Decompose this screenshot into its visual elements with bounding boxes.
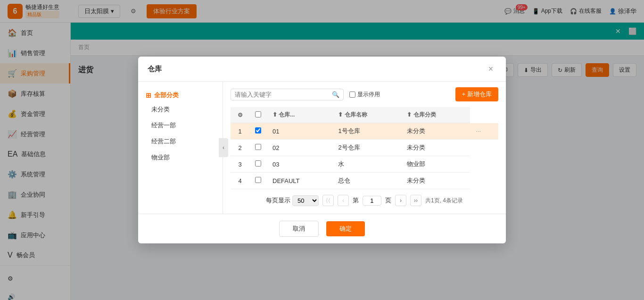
row-code: 03: [267, 156, 332, 173]
row-num: 2: [231, 140, 249, 156]
warehouse-modal: 仓库 × ⊞ 全部分类 未分类经营一部经营二部物业部 ‹ 🔍: [138, 57, 506, 243]
category-all-label: 全部分类: [154, 91, 179, 100]
col-gear: ⚙: [231, 107, 249, 123]
modal-title: 仓库: [148, 65, 162, 74]
col-checkbox: [249, 107, 267, 123]
row-checkbox[interactable]: [255, 177, 261, 183]
col-name: ⬆ 仓库名称: [332, 107, 401, 123]
row-checkbox-cell: [249, 140, 267, 156]
table-body: 1011号仓库未分类···2022号仓库未分类303水物业部4DEFAULT总仓…: [231, 123, 498, 189]
col-category: ⬆ 仓库分类: [401, 107, 470, 123]
row-name: 水: [332, 156, 401, 173]
page-size-label: 每页显示: [266, 196, 290, 205]
row-category: 物业部: [401, 156, 470, 173]
row-checkbox[interactable]: [255, 144, 261, 150]
table-row[interactable]: 2022号仓库未分类: [231, 140, 498, 156]
table-panel: 🔍 显示停用 + 新增仓库 ⚙: [223, 82, 506, 214]
collapse-panel-btn[interactable]: ‹: [219, 138, 228, 157]
category-item-1[interactable]: 经营一部: [138, 117, 223, 133]
first-page-btn[interactable]: ⟨⟨: [322, 195, 334, 206]
modal-body: ⊞ 全部分类 未分类经营一部经营二部物业部 ‹ 🔍 显示停用: [138, 82, 506, 214]
row-checkbox-cell: [249, 156, 267, 173]
row-actions[interactable]: ···: [470, 123, 498, 140]
add-warehouse-btn[interactable]: + 新增仓库: [455, 87, 498, 101]
select-all-checkbox[interactable]: [255, 111, 261, 117]
search-icon[interactable]: 🔍: [332, 91, 339, 98]
row-code: 02: [267, 140, 332, 156]
row-code: DEFAULT: [267, 173, 332, 189]
search-input[interactable]: [235, 91, 332, 98]
page-label: 第: [353, 196, 359, 205]
modal-close-btn[interactable]: ×: [485, 63, 496, 75]
table-head: ⚙ ⬆ 仓库... ⬆ 仓库名称: [231, 107, 498, 123]
page-size-dropdown[interactable]: 102050100: [292, 195, 319, 206]
modal-header: 仓库 ×: [138, 57, 506, 82]
category-item-0[interactable]: 未分类: [138, 101, 223, 117]
modal-footer: 取消 确定: [138, 214, 506, 243]
row-checkbox-cell: [249, 123, 267, 140]
page-size-select: 每页显示 102050100: [266, 195, 319, 206]
warehouse-table: ⚙ ⬆ 仓库... ⬆ 仓库名称: [231, 107, 498, 189]
category-panel: ⊞ 全部分类 未分类经营一部经营二部物业部 ‹: [138, 82, 223, 214]
row-num: 4: [231, 173, 249, 189]
show-disabled: 显示停用: [349, 91, 380, 99]
page-number-input[interactable]: [363, 196, 381, 206]
row-checkbox-cell: [249, 173, 267, 189]
row-checkbox[interactable]: [255, 127, 261, 133]
table-toolbar: 🔍 显示停用 + 新增仓库: [231, 87, 498, 101]
cancel-btn[interactable]: 取消: [279, 221, 319, 237]
row-category: 未分类: [401, 140, 470, 156]
prev-page-btn[interactable]: ‹: [338, 195, 349, 206]
table-row[interactable]: 4DEFAULT总仓未分类: [231, 173, 498, 189]
next-page-btn[interactable]: ›: [395, 195, 406, 206]
row-category: 未分类: [401, 173, 470, 189]
row-num: 1: [231, 123, 249, 140]
modal-overlay: 仓库 × ⊞ 全部分类 未分类经营一部经营二部物业部 ‹ 🔍: [0, 0, 644, 300]
row-checkbox[interactable]: [255, 160, 261, 167]
row-name: 1号仓库: [332, 123, 401, 140]
table-row[interactable]: 1011号仓库未分类···: [231, 123, 498, 140]
sort-icon-cat: ⬆: [407, 111, 412, 118]
pagination: 每页显示 102050100 ⟨⟨ ‹ 第 页 › ›› 共1页, 4条记录: [231, 189, 498, 208]
col-code: ⬆ 仓库...: [267, 107, 332, 123]
confirm-btn[interactable]: 确定: [326, 221, 365, 236]
sort-icon-name: ⬆: [338, 111, 343, 118]
table-container: ⚙ ⬆ 仓库... ⬆ 仓库名称: [231, 107, 498, 189]
category-item-3[interactable]: 物业部: [138, 150, 223, 166]
table-row[interactable]: 303水物业部: [231, 156, 498, 173]
last-page-btn[interactable]: ››: [410, 195, 421, 206]
show-disabled-checkbox[interactable]: [349, 92, 355, 98]
row-name: 总仓: [332, 173, 401, 189]
page-label2: 页: [385, 196, 391, 205]
sort-icon: ⬆: [272, 111, 277, 118]
category-item-2[interactable]: 经营二部: [138, 133, 223, 150]
total-info: 共1页, 4条记录: [425, 197, 463, 205]
category-all[interactable]: ⊞ 全部分类: [138, 87, 223, 101]
show-disabled-label: 显示停用: [357, 91, 380, 99]
grid-icon: ⊞: [146, 92, 151, 99]
row-num: 3: [231, 156, 249, 173]
row-code: 01: [267, 123, 332, 140]
row-name: 2号仓库: [332, 140, 401, 156]
row-category: 未分类: [401, 123, 470, 140]
search-box: 🔍: [231, 89, 344, 100]
